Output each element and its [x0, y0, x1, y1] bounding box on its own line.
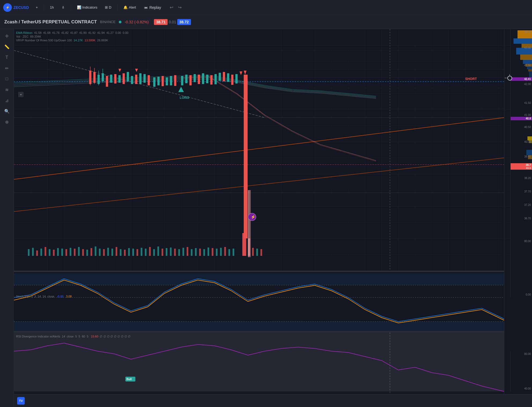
svg-rect-100 [116, 247, 117, 256]
shape-tool[interactable]: □ [2, 74, 12, 84]
divider-2 [71, 4, 71, 11]
svg-rect-76 [14, 332, 504, 391]
svg-rect-125 [220, 248, 222, 256]
svg-rect-113 [170, 248, 172, 256]
undo-button[interactable]: ↩ [168, 3, 175, 12]
svg-rect-104 [132, 249, 134, 256]
svg-rect-82 [40, 249, 42, 256]
bid-price: 38.71 [154, 19, 168, 25]
layout-label: D [109, 5, 111, 9]
left-sidebar: ✛ 📏 T ✏ □ ≋ ⊿ 🔍 ⊕ [0, 29, 14, 407]
replay-button[interactable]: ⏮ Replay [141, 4, 164, 11]
svg-rect-41 [170, 76, 172, 85]
price-label-41-5: 41.50 [524, 101, 531, 104]
svg-rect-47 [189, 75, 191, 85]
text-tool[interactable]: T [2, 53, 12, 62]
ask-price: 38.72 [177, 19, 191, 25]
svg-rect-121 [203, 249, 205, 256]
svg-rect-105 [136, 249, 138, 256]
layout-icon: ⊞ [105, 5, 108, 9]
svg-rect-111 [162, 249, 163, 256]
svg-rect-108 [149, 247, 151, 256]
divider-1 [44, 4, 44, 11]
svg-rect-38 [157, 77, 160, 85]
svg-rect-84 [49, 249, 50, 256]
svg-rect-29 [127, 72, 129, 81]
svg-rect-130 [248, 238, 250, 256]
stoch-0-label: 0.00 [526, 293, 531, 296]
svg-rect-86 [57, 248, 59, 256]
timeframe-button[interactable]: 1h [47, 4, 56, 11]
zoom-tool[interactable]: 🔍 [2, 106, 12, 116]
main-area: ✛ 📏 T ✏ □ ≋ ⊿ 🔍 ⊕ [0, 29, 532, 407]
svg-rect-58 [235, 74, 238, 83]
svg-rect-80 [32, 248, 34, 256]
rsi-40-label: 40.00 [524, 387, 531, 390]
svg-rect-31 [135, 75, 137, 84]
logo-area: ⚡ ZECUSD [3, 3, 29, 12]
alert-button[interactable]: 🔔 Alert [121, 4, 139, 11]
price-badge-40-8: 40.8 [511, 117, 532, 120]
svg-rect-103 [128, 248, 130, 256]
svg-rect-46 [185, 75, 187, 83]
stoch-80-label: 80.00 [524, 240, 531, 243]
svg-rect-110 [157, 246, 159, 256]
price-label-40: 40.00 [524, 140, 531, 143]
undo-redo-group: ↩ ↪ [168, 3, 184, 12]
svg-rect-91 [78, 247, 80, 256]
stoch-k-value: -0.00 [57, 295, 64, 298]
alert-label: Alert [129, 5, 136, 9]
svg-rect-67 [14, 271, 504, 272]
fibonacci-tool[interactable]: ≋ [2, 85, 12, 95]
svg-rect-69 [14, 273, 504, 285]
spread-price: 0.01 [169, 20, 176, 24]
indicators-button[interactable]: 📊 Indicators [74, 4, 100, 11]
svg-rect-127 [228, 249, 230, 256]
price-label-43: 43.00 [524, 46, 531, 49]
line-tool[interactable]: 📏 [2, 42, 12, 52]
brush-tool[interactable]: ✏ [2, 63, 12, 73]
svg-text:Bull: Bull [127, 378, 132, 381]
layout-button[interactable]: ⊞ D [102, 4, 114, 11]
rsi-axis: 80.00 40.00 [511, 351, 532, 391]
add-symbol-button[interactable]: + [33, 4, 41, 11]
svg-rect-34 [148, 75, 150, 85]
svg-text:⚡: ⚡ [251, 215, 256, 219]
svg-rect-50 [202, 73, 204, 84]
svg-rect-81 [36, 250, 38, 256]
svg-rect-109 [153, 249, 155, 256]
svg-rect-1 [14, 29, 532, 271]
indicators-chart-icon: 📊 [77, 5, 81, 9]
svg-rect-40 [166, 77, 168, 85]
svg-rect-75 [14, 331, 504, 332]
svg-rect-102 [124, 250, 125, 256]
price-label-40-5: 40.50 [524, 126, 531, 129]
svg-rect-88 [65, 249, 67, 256]
svg-rect-45 [181, 76, 183, 85]
svg-rect-120 [199, 249, 201, 256]
svg-rect-79 [28, 249, 29, 256]
price-label-42-5: 42.50 [524, 64, 531, 67]
crosshair-price-badge: 42.41 [511, 77, 532, 81]
magnet-tool[interactable]: ⊕ [2, 117, 12, 127]
price-change: -0.32 (-0.82%) [125, 20, 149, 24]
svg-rect-118 [191, 249, 193, 256]
chart-container: SHORT [14, 29, 532, 407]
svg-rect-42 [174, 75, 176, 86]
svg-rect-106 [141, 248, 142, 256]
tradingview-logo: TV [17, 397, 25, 405]
cursor-tool[interactable]: ✛ [2, 31, 12, 41]
redo-button[interactable]: ↪ [176, 3, 184, 12]
price-label-39-4: 39.40 [524, 155, 531, 158]
svg-rect-27 [119, 75, 121, 83]
svg-rect-126 [224, 247, 226, 256]
svg-rect-93 [86, 250, 88, 256]
timeframe-label: 1h [50, 5, 54, 9]
svg-rect-26 [114, 74, 116, 83]
svg-text:LONG: LONG [180, 96, 189, 100]
bottom-bar: TV [14, 394, 532, 407]
svg-rect-52 [210, 75, 212, 85]
measure-tool[interactable]: ⊿ [2, 96, 12, 105]
price-label-43-5: 43.50 [524, 30, 531, 33]
chart-type-button[interactable]: 🕯 [59, 4, 68, 11]
